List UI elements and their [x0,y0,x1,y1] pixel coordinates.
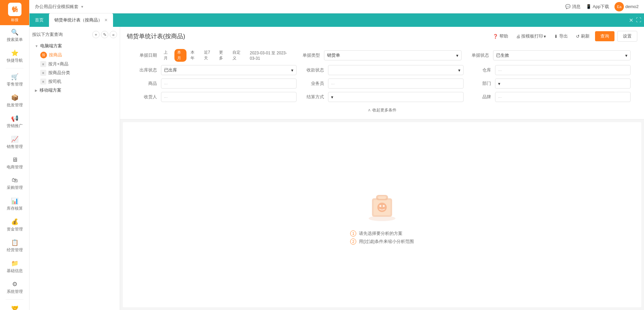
doc-status-select[interactable]: 已生效 ▾ [493,50,631,60]
tab-close-icon[interactable]: ✕ [104,18,108,22]
sidebar-item-search[interactable]: 🔍 搜索菜单 [0,25,29,46]
scheme-by-goods[interactable]: 按 按商品 [38,50,117,60]
salesman-select[interactable]: ··· [328,79,464,89]
date-tab-7days[interactable]: 近7天 [201,49,215,62]
department-select[interactable]: ▾ [495,79,631,89]
mobile-scheme-header[interactable]: ▶ 移动端方案 [32,86,117,95]
sidebar-item-label: 销售管理 [7,144,23,150]
scheme-by-category-label: 按商品分类 [48,70,70,76]
add-scheme-button[interactable]: + [92,31,100,38]
sidebar-item-inventory[interactable]: 📊 库存核算 [0,194,29,215]
date-tab-custom[interactable]: 自定义 [230,49,245,62]
warehouse-select[interactable]: ··· [495,65,631,75]
help-button[interactable]: ❓ 帮助 [490,32,511,41]
scheme-by-driver[interactable]: ≡ 按司机 [38,77,117,86]
app-download-button[interactable]: 📱 App下载 [586,4,609,10]
settings-button[interactable]: 设置 [617,31,637,42]
pc-scheme-label: 电脑端方案 [40,43,62,49]
sidebar-item-marketing[interactable]: 📢 营销推广 [0,111,29,132]
empty-tip-1: 1 请先选择要分析的方案 [350,230,414,237]
content: 按以下方案查询 + ✎ « ▼ 电脑端方案 按 按商品 [30,27,644,310]
brand-label: 品牌 [468,94,491,100]
sidebar-item-system[interactable]: ⚙ 系统管理 [0,277,29,298]
payment-select[interactable]: ▾ [328,65,464,75]
dots-icon[interactable]: ··· [498,95,502,100]
dots-icon[interactable]: ··· [164,81,168,86]
export-button[interactable]: ⬇ 导出 [551,32,571,41]
edit-scheme-button[interactable]: ✎ [101,31,108,38]
date-tabs: 上月 本月 本年 近7天 更多 自定义 [161,49,245,62]
sidebar-item-label: 资金管理 [7,226,23,232]
left-panel-title: 按以下方案查询 [32,32,63,38]
left-panel-header: 按以下方案查询 + ✎ « [32,31,117,38]
tab-home[interactable]: 首页 [30,13,49,27]
sidebar-item-operations[interactable]: 📋 经营管理 [0,236,29,256]
filter-row-2: 出库状态 已出库 ▾ 收款状态 ▾ 仓库 ··· [133,65,631,75]
sidebar-item-label: 零售管理 [7,82,23,87]
date-tab-more[interactable]: 更多 [216,49,228,62]
sidebar-item-sales[interactable]: 📈 销售管理 [0,132,29,153]
message-button[interactable]: 💬 消息 [565,4,581,10]
sidebar-item-enterprise[interactable]: 🤝 企业协同 [0,301,29,310]
date-tab-this-month[interactable]: 本月 [174,49,186,62]
svg-point-5 [383,205,385,207]
scheme-by-month-goods[interactable]: ≡ 按月+商品 [38,60,117,68]
tab-report[interactable]: 销货单统计表（按商品） ✕ [49,13,113,27]
sidebar-item-label: 库存核算 [7,206,23,211]
date-tab-this-year[interactable]: 本年 [188,49,200,62]
doc-type-select[interactable]: 销货单 ▾ [324,50,462,60]
refresh-button[interactable]: ↺ 刷新 [573,32,592,41]
logo[interactable]: 畅 标搜 [0,0,29,25]
tab-maximize-button[interactable]: ⛶ [636,17,641,23]
scheme-icon: ≡ [40,79,46,85]
brand-select[interactable]: ··· [495,92,631,102]
dots-icon[interactable]: ··· [164,95,168,100]
payment-label: 收款状态 [301,67,324,73]
dots-icon[interactable]: ··· [498,68,502,73]
svg-point-4 [379,205,381,207]
user-menu[interactable]: Ea demo2 [614,2,639,11]
sidebar-item-label: 采购管理 [7,185,23,191]
message-icon: 💬 [565,4,571,9]
date-tab-last-month[interactable]: 上月 [161,49,173,62]
sidebar-item-ecommerce[interactable]: 🖥 电商管理 [0,153,29,173]
sidebar-item-wholesale[interactable]: 📦 批发管理 [0,91,29,111]
doc-status-value: 已生效 [496,52,509,58]
sidebar-item-finance[interactable]: 💰 资金管理 [0,215,29,236]
sidebar-item-basic[interactable]: 📁 基础信息 [0,256,29,277]
department-label: 部门 [468,81,491,87]
date-filter-control: 上月 本月 本年 近7天 更多 自定义 2023-03-01 至 2023-03… [161,49,292,62]
pc-scheme-header[interactable]: ▼ 电脑端方案 [32,42,117,50]
empty-tips: 1 请先选择要分析的方案 2 用[过滤]条件来缩小分析范围 [350,230,414,245]
logo-icon: 畅 [8,3,21,16]
page-title-row: 销货单统计表(按商品) ❓ 帮助 🖨 按模板打印 ▾ ⬇ [127,31,637,42]
sales-icon: 📈 [11,136,18,143]
tab-close-button[interactable]: ✕ [629,17,633,23]
topbar-arrow[interactable]: ▾ [81,4,83,9]
collapse-panel-button[interactable]: « [110,31,117,38]
topbar: 办公用品行业模拟账套 ▾ 💬 消息 📱 App下载 Ea demo2 [30,0,644,13]
delivery-select[interactable]: 已出库 ▾ [161,65,297,75]
sidebar-item-quicknav[interactable]: ⭐ 快捷导航 [0,46,29,67]
goods-select[interactable]: ··· [161,79,297,89]
logo-text: 标搜 [11,17,18,22]
enterprise-icon: 🤝 [11,304,18,310]
filter-row-3: 商品 ··· 业务员 ··· 部门 ▾ [133,79,631,89]
chevron-down-icon: ▾ [291,68,293,73]
sidebar-item-retail[interactable]: 🛒 零售管理 [0,70,29,91]
svg-point-3 [377,203,387,212]
dots-icon[interactable]: ··· [331,81,335,86]
left-panel: 按以下方案查询 + ✎ « ▼ 电脑端方案 按 按商品 [30,27,120,310]
settlement-select[interactable]: ▾ [328,92,464,102]
operations-icon: 📋 [11,239,18,246]
receiver-select[interactable]: ··· [161,92,297,102]
sidebar-item-label: 经营管理 [7,247,23,253]
sidebar-item-purchase[interactable]: 🛍 采购管理 [0,173,29,194]
avatar: Ea [614,2,624,11]
query-button[interactable]: 查询 [595,31,614,41]
print-template-button[interactable]: 🖨 按模板打印 ▾ [514,32,549,41]
doc-type-value: 销货单 [327,52,340,58]
chevron-down-icon: ▾ [331,95,333,100]
scheme-by-category[interactable]: ≡ 按商品分类 [38,68,117,77]
collapse-filters-button[interactable]: ∧ 收起更多条件 [133,105,631,115]
